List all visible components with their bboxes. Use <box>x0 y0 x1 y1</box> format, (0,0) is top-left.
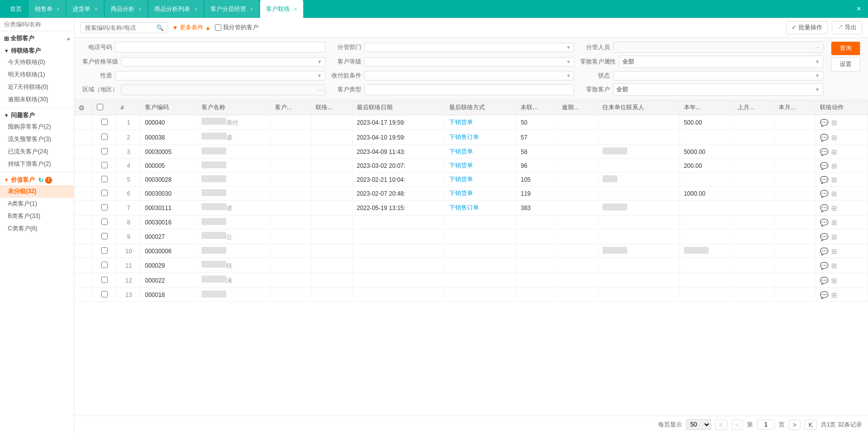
more-conditions-button[interactable]: ▼ 更多条件 ▲ <box>172 23 211 32</box>
grid-action-icon[interactable]: ⊞ <box>831 148 837 156</box>
grid-action-icon[interactable]: ⊞ <box>831 233 837 241</box>
prev-page-btn[interactable]: < <box>732 420 743 430</box>
value-customer-group[interactable]: ▼ 价值客户 ↻ ! <box>0 174 74 185</box>
row-checkbox[interactable] <box>101 134 108 140</box>
refresh-icon[interactable]: ↻ <box>38 177 43 184</box>
dept-select[interactable]: ▼ <box>364 43 575 52</box>
last-method-link[interactable]: 下销货单 <box>449 190 473 197</box>
window-close-button[interactable]: × <box>854 4 864 13</box>
my-customers-checkbox-area[interactable]: 我分管的客户 <box>215 23 259 32</box>
pending-contact-group[interactable]: ▼ 待联络客户 <box>0 45 74 56</box>
customer-level-select[interactable]: ▼ <box>364 57 575 67</box>
phone-input[interactable] <box>115 42 326 53</box>
last-method-header[interactable]: 最后联络方式 <box>445 100 517 115</box>
message-action-icon[interactable]: 💬 <box>820 291 828 299</box>
grid-action-icon[interactable]: ⊞ <box>831 119 837 127</box>
close-customer-contact-tab[interactable]: × <box>294 6 297 12</box>
message-action-icon[interactable]: 💬 <box>820 190 828 198</box>
page-number-input[interactable] <box>757 420 775 430</box>
last-method-link[interactable]: 下销货单 <box>449 148 473 155</box>
sidebar-item-overdue[interactable]: 逾期未联络(30) <box>0 93 74 106</box>
year-amount-header[interactable]: 本年... <box>679 100 733 115</box>
grid-action-icon[interactable]: ⊞ <box>831 218 837 226</box>
name-header[interactable]: 客户名称 <box>198 100 270 115</box>
supervisor-input[interactable]: ··· <box>613 42 823 53</box>
tab-product-analysis-list[interactable]: 商品分析列表 × <box>148 0 203 18</box>
this-month-header[interactable]: 本月... <box>775 100 816 115</box>
all-customers-header[interactable]: ⊞ 全部客户 « <box>0 31 74 45</box>
retail-attr-select[interactable]: 全部 ▼ <box>619 56 823 68</box>
message-action-icon[interactable]: 💬 <box>820 233 828 241</box>
sidebar-item-class-a[interactable]: A类客户(1) <box>0 198 74 210</box>
last-page-btn[interactable]: K <box>804 420 817 430</box>
last-date-header[interactable]: 最后联络日期 <box>352 100 445 115</box>
query-button[interactable]: 查询 <box>831 42 860 55</box>
nature-select[interactable]: ▼ <box>115 71 326 80</box>
message-action-icon[interactable]: 💬 <box>820 162 828 170</box>
close-sales-tab[interactable]: × <box>57 6 60 12</box>
message-action-icon[interactable]: 💬 <box>820 218 828 226</box>
type-header[interactable]: 客户... <box>270 100 312 115</box>
last-method-link[interactable]: 下销售订单 <box>449 204 479 211</box>
region-input[interactable]: ··· <box>121 84 326 95</box>
sidebar-item-ungrouped[interactable]: 未分组(32) <box>0 185 74 198</box>
sidebar-item-tomorrow[interactable]: 明天待联络(1) <box>0 69 74 81</box>
grid-action-icon[interactable]: ⊞ <box>831 162 837 170</box>
overdue-header[interactable]: 逾期... <box>557 100 599 115</box>
tab-purchase[interactable]: 进货单 × <box>67 0 103 18</box>
select-all-checkbox[interactable] <box>97 104 103 110</box>
sidebar-item-churn-warning[interactable]: 流失预警客户(3) <box>0 133 74 145</box>
grid-action-icon[interactable]: ⊞ <box>831 134 837 142</box>
sidebar-item-declining[interactable]: 持续下滑客户(2) <box>0 158 74 170</box>
sidebar-item-churned[interactable]: 已流失客户(24) <box>0 145 74 158</box>
grid-action-icon[interactable]: ⊞ <box>831 247 837 255</box>
close-product-list-tab[interactable]: × <box>194 6 197 12</box>
sidebar-search-input[interactable] <box>4 21 74 28</box>
search-icon[interactable]: 🔍 <box>156 24 164 31</box>
row-checkbox[interactable] <box>101 218 108 225</box>
status-select[interactable]: ▼ <box>613 71 823 80</box>
row-checkbox[interactable] <box>101 247 108 254</box>
last-method-link[interactable]: 下销货单 <box>449 119 473 126</box>
row-checkbox[interactable] <box>101 148 108 154</box>
tab-product-analysis[interactable]: 商品分析 × <box>105 0 147 18</box>
batch-op-button[interactable]: ✓ 批量操作 <box>786 21 827 34</box>
sidebar-item-abnormal[interactable]: 囤购异常客户(2) <box>0 121 74 133</box>
sidebar-item-class-b[interactable]: B类客户(33) <box>0 210 74 222</box>
row-checkbox[interactable] <box>101 190 108 196</box>
last-month-header[interactable]: 上月... <box>734 100 775 115</box>
tab-home[interactable]: 首页 <box>4 0 28 18</box>
message-action-icon[interactable]: 💬 <box>820 204 828 212</box>
row-checkbox[interactable] <box>101 233 108 239</box>
collapse-icon[interactable]: « <box>67 36 70 42</box>
tab-customer-contact[interactable]: 客户联络 × <box>260 0 303 18</box>
message-action-icon[interactable]: 💬 <box>820 247 828 255</box>
message-action-icon[interactable]: 💬 <box>820 277 828 285</box>
grid-action-icon[interactable]: ⊞ <box>831 176 837 184</box>
row-checkbox[interactable] <box>101 277 108 283</box>
close-product-analysis-tab[interactable]: × <box>138 6 141 12</box>
grid-action-icon[interactable]: ⊞ <box>831 204 837 212</box>
sidebar-item-class-c[interactable]: C类客户(6) <box>0 222 74 235</box>
payment-terms-select[interactable]: ▼ <box>364 71 575 80</box>
first-page-btn[interactable]: K <box>715 420 728 430</box>
problem-customer-group[interactable]: ▼ 问题客户 <box>0 109 74 121</box>
my-customers-checkbox[interactable] <box>215 24 221 31</box>
message-action-icon[interactable]: 💬 <box>820 134 828 142</box>
grid-action-icon[interactable]: ⊞ <box>831 277 837 285</box>
search-input[interactable] <box>85 24 154 31</box>
last-method-link[interactable]: 下销货单 <box>449 162 473 169</box>
reset-button[interactable]: 设置 <box>831 57 860 72</box>
row-checkbox[interactable] <box>101 204 108 211</box>
message-action-icon[interactable]: 💬 <box>820 148 828 156</box>
row-checkbox[interactable] <box>101 176 108 182</box>
row-checkbox[interactable] <box>101 119 108 125</box>
export-button[interactable]: ↗ 导出 <box>832 21 862 34</box>
message-action-icon[interactable]: 💬 <box>820 262 828 270</box>
row-checkbox[interactable] <box>101 162 108 168</box>
unit-contact-header[interactable]: 往来单位联系人 <box>599 100 680 115</box>
next-page-btn[interactable]: > <box>789 420 801 430</box>
sidebar-item-today[interactable]: 今天待联络(0) <box>0 56 74 69</box>
last-method-link[interactable]: 下销货单 <box>449 176 473 183</box>
price-level-select[interactable]: ▼ <box>121 57 326 67</box>
